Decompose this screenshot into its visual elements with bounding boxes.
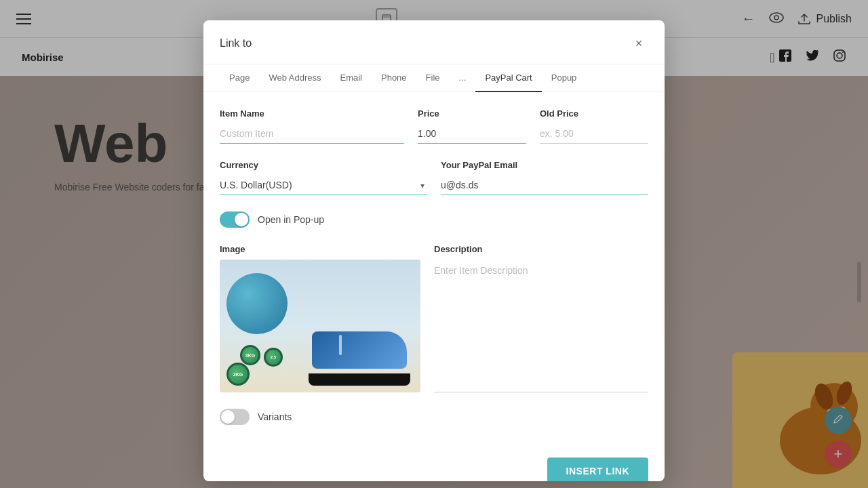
- image-label: Image: [220, 244, 420, 254]
- currency-select[interactable]: U.S. Dollar(USD) Euro(EUR) British Pound…: [220, 176, 427, 195]
- weight-bottom: 2KG: [226, 363, 250, 386]
- modal-tabs: Page Web Address Email Phone File ... Pa…: [203, 64, 665, 92]
- modal-header: Link to ×: [203, 20, 665, 64]
- tab-page[interactable]: Page: [220, 64, 259, 92]
- paypal-email-input[interactable]: [441, 176, 648, 195]
- item-name-group: Item Name: [220, 108, 404, 144]
- modal-close-button[interactable]: ×: [629, 34, 648, 53]
- price-group: Price: [418, 108, 526, 144]
- insert-link-button[interactable]: INSERT LINK: [547, 458, 648, 481]
- tab-file[interactable]: File: [416, 64, 450, 92]
- open-popup-label: Open in Pop-up: [258, 214, 324, 225]
- currency-select-wrapper: U.S. Dollar(USD) Euro(EUR) British Pound…: [220, 176, 427, 195]
- link-to-modal: Link to × Page Web Address Email Phone F…: [203, 20, 665, 481]
- item-name-label: Item Name: [220, 108, 404, 119]
- tab-popup[interactable]: Popup: [542, 64, 587, 92]
- modal-footer: INSERT LINK: [203, 447, 665, 481]
- currency-group: Currency U.S. Dollar(USD) Euro(EUR) Brit…: [220, 160, 427, 195]
- open-popup-toggle[interactable]: [220, 211, 250, 228]
- price-label: Price: [418, 108, 526, 119]
- description-section: Description: [434, 244, 648, 392]
- image-desc-row: Image 3KG 2.5 2KG: [220, 244, 648, 392]
- product-image[interactable]: 3KG 2.5 2KG: [220, 260, 420, 392]
- old-price-group: Old Price: [540, 108, 648, 144]
- description-label: Description: [434, 244, 648, 254]
- form-row-2: Currency U.S. Dollar(USD) Euro(EUR) Brit…: [220, 160, 648, 195]
- weight-2-5kg: 2.5: [264, 348, 283, 367]
- form-row-1: Item Name Price Old Price: [220, 108, 648, 144]
- variants-toggle[interactable]: [220, 409, 250, 425]
- tab-phone[interactable]: Phone: [372, 64, 416, 92]
- open-popup-row: Open in Pop-up: [220, 211, 648, 228]
- old-price-label: Old Price: [540, 108, 648, 119]
- modal-body: Item Name Price Old Price Currency: [203, 92, 665, 447]
- modal-overlay: Link to × Page Web Address Email Phone F…: [0, 0, 868, 488]
- old-price-input[interactable]: [540, 124, 648, 144]
- price-input[interactable]: [418, 124, 526, 144]
- exercise-ball: [226, 273, 288, 334]
- weight-3kg: 3KG: [240, 345, 260, 365]
- paypal-email-label: Your PayPal Email: [441, 160, 648, 170]
- variants-label: Variants: [258, 411, 292, 422]
- variants-row: Variants: [220, 409, 648, 425]
- item-name-input[interactable]: [220, 124, 404, 144]
- tab-web-address[interactable]: Web Address: [259, 64, 330, 92]
- tab-paypal-cart[interactable]: PayPal Cart: [475, 64, 541, 92]
- tab-more[interactable]: ...: [450, 64, 476, 92]
- image-section: Image 3KG 2.5 2KG: [220, 244, 420, 392]
- paypal-email-group: Your PayPal Email: [441, 160, 648, 195]
- description-textarea[interactable]: [434, 260, 648, 392]
- currency-label: Currency: [220, 160, 427, 170]
- close-icon: ×: [635, 37, 643, 51]
- shoe: [305, 318, 414, 386]
- modal-title: Link to: [220, 37, 252, 49]
- tab-email[interactable]: Email: [330, 64, 372, 92]
